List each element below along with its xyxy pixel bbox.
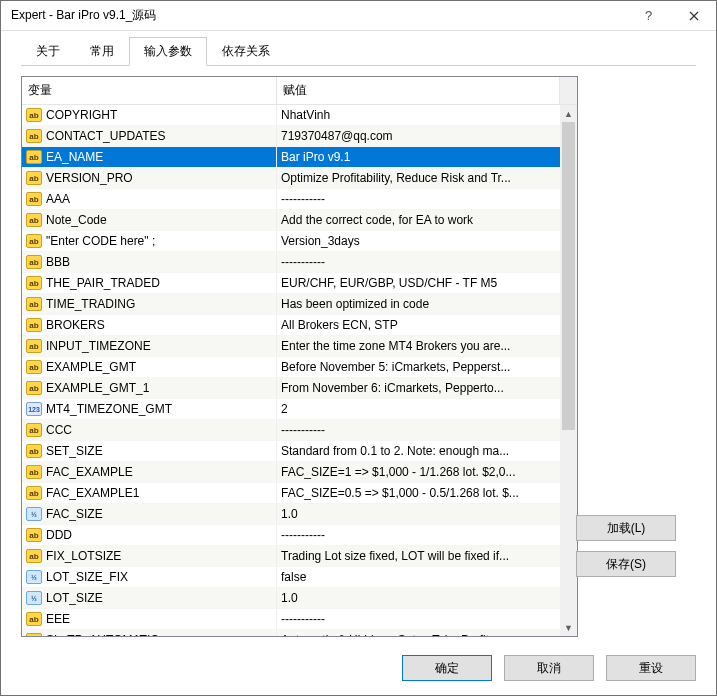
table-row[interactable]: abBROKERSAll Brokers ECN, STP [22, 315, 560, 336]
cell-value[interactable]: Trading Lot size fixed, LOT will be fixe… [277, 546, 560, 566]
cell-value[interactable]: EUR/CHF, EUR/GBP, USD/CHF - TF M5 [277, 273, 560, 293]
table-row[interactable]: 123MT4_TIMEZONE_GMT2 [22, 399, 560, 420]
tab-inputs[interactable]: 输入参数 [129, 37, 207, 66]
table-row[interactable]: abDDD----------- [22, 525, 560, 546]
string-type-icon: ab [26, 486, 42, 500]
cell-variable: abBROKERS [22, 315, 277, 335]
table-row[interactable]: abINPUT_TIMEZONEEnter the time zone MT4 … [22, 336, 560, 357]
variable-name: TIME_TRADING [46, 297, 135, 311]
variable-name: COPYRIGHT [46, 108, 117, 122]
variable-name: DDD [46, 528, 72, 542]
variable-name: CCC [46, 423, 72, 437]
cell-value[interactable]: 1.0 [277, 504, 560, 524]
table-row[interactable]: abVERSION_PROOptimize Profitability, Red… [22, 168, 560, 189]
table-row[interactable]: abEEE----------- [22, 609, 560, 630]
table-row[interactable]: abTHE_PAIR_TRADEDEUR/CHF, EUR/GBP, USD/C… [22, 273, 560, 294]
table-row[interactable]: abEXAMPLE_GMTBefore November 5: iCmarket… [22, 357, 560, 378]
cell-value[interactable]: Add the correct code, for EA to work [277, 210, 560, 230]
table-row[interactable]: abSET_SIZEStandard from 0.1 to 2. Note: … [22, 441, 560, 462]
table-row[interactable]: ½FAC_SIZE1.0 [22, 504, 560, 525]
table-row[interactable]: ½LOT_SIZE1.0 [22, 588, 560, 609]
cell-value[interactable]: ----------- [277, 609, 560, 629]
table-row[interactable]: abNote_CodeAdd the correct code, for EA … [22, 210, 560, 231]
table-row[interactable]: abCOPYRIGHTNhatVinh [22, 105, 560, 126]
scroll-down-arrow-icon[interactable]: ▼ [560, 619, 577, 636]
cell-value[interactable]: 719370487@qq.com [277, 126, 560, 146]
column-header-value[interactable]: 赋值 [277, 77, 560, 104]
string-type-icon: ab [26, 318, 42, 332]
string-type-icon: ab [26, 381, 42, 395]
cell-variable: abEXAMPLE_GMT [22, 357, 277, 377]
scroll-up-arrow-icon[interactable]: ▲ [560, 105, 577, 122]
table-row[interactable]: ab"Enter CODE here" ;Version_3days [22, 231, 560, 252]
table-row[interactable]: abBBB----------- [22, 252, 560, 273]
cell-variable: abINPUT_TIMEZONE [22, 336, 277, 356]
cell-variable: abEEE [22, 609, 277, 629]
cell-value[interactable]: 2 [277, 399, 560, 419]
cell-value[interactable]: NhatVinh [277, 105, 560, 125]
reset-button[interactable]: 重设 [606, 655, 696, 681]
table-row[interactable]: abCCC----------- [22, 420, 560, 441]
cell-value[interactable]: Bar iPro v9.1 [277, 147, 560, 167]
titlebar: Expert - Bar iPro v9.1_源码 ? [1, 1, 716, 31]
cell-value[interactable]: FAC_SIZE=0.5 => $1,000 - 0.5/1.268 lot. … [277, 483, 560, 503]
tab-deps[interactable]: 依存关系 [207, 37, 285, 66]
variable-name: EA_NAME [46, 150, 103, 164]
cell-value[interactable]: Before November 5: iCmarkets, Pepperst..… [277, 357, 560, 377]
variable-name: VERSION_PRO [46, 171, 133, 185]
help-button[interactable]: ? [626, 1, 671, 30]
table-row[interactable]: ½LOT_SIZE_FIXfalse [22, 567, 560, 588]
cell-value[interactable]: ----------- [277, 252, 560, 272]
cell-value[interactable]: 1.0 [277, 588, 560, 608]
cell-value[interactable]: Standard from 0.1 to 2. Note: enough ma.… [277, 441, 560, 461]
tab-about[interactable]: 关于 [21, 37, 75, 66]
cell-value[interactable]: ----------- [277, 189, 560, 209]
float-type-icon: ½ [26, 570, 42, 584]
table-row[interactable]: abFAC_EXAMPLE1FAC_SIZE=0.5 => $1,000 - 0… [22, 483, 560, 504]
cancel-button[interactable]: 取消 [504, 655, 594, 681]
cell-value[interactable]: Optimize Profitability, Reduce Risk and … [277, 168, 560, 188]
scroll-track[interactable] [560, 122, 577, 619]
string-type-icon: ab [26, 297, 42, 311]
cell-value[interactable]: Version_3days [277, 231, 560, 251]
table-row[interactable]: abTIME_TRADINGHas been optimized in code [22, 294, 560, 315]
close-icon [689, 11, 699, 21]
int-type-icon: 123 [26, 402, 42, 416]
column-header-variable[interactable]: 变量 [22, 77, 277, 104]
string-type-icon: ab [26, 108, 42, 122]
cell-value[interactable]: FAC_SIZE=1 => $1,000 - 1/1.268 lot. $2,0… [277, 462, 560, 482]
cell-value[interactable]: Automatic & Hidden - Setup Take Profit a… [277, 630, 560, 636]
string-type-icon: ab [26, 423, 42, 437]
cell-variable: abEXAMPLE_GMT_1 [22, 378, 277, 398]
variable-name: BBB [46, 255, 70, 269]
grid-header: 变量 赋值 [22, 77, 577, 105]
variable-name: BROKERS [46, 318, 105, 332]
dialog-body: 变量 赋值 abCOPYRIGHTNhatVinhabCONTACT_UPDAT… [1, 66, 716, 645]
table-row[interactable]: abEXAMPLE_GMT_1From November 6: iCmarket… [22, 378, 560, 399]
load-button[interactable]: 加载(L) [576, 515, 676, 541]
string-type-icon: ab [26, 276, 42, 290]
variable-name: LOT_SIZE_FIX [46, 570, 128, 584]
variable-name: EEE [46, 612, 70, 626]
cell-variable: abBBB [22, 252, 277, 272]
cell-value[interactable]: ----------- [277, 525, 560, 545]
tab-common[interactable]: 常用 [75, 37, 129, 66]
cell-value[interactable]: Enter the time zone MT4 Brokers you are.… [277, 336, 560, 356]
ok-button[interactable]: 确定 [402, 655, 492, 681]
cell-value[interactable]: false [277, 567, 560, 587]
cell-value[interactable]: Has been optimized in code [277, 294, 560, 314]
close-button[interactable] [671, 1, 716, 30]
table-row[interactable]: abFIX_LOTSIZETrading Lot size fixed, LOT… [22, 546, 560, 567]
table-row[interactable]: abSL_TP_AUTOMATICAutomatic & Hidden - Se… [22, 630, 560, 636]
table-row[interactable]: abEA_NAMEBar iPro v9.1 [22, 147, 560, 168]
cell-variable: abCONTACT_UPDATES [22, 126, 277, 146]
table-row[interactable]: abAAA----------- [22, 189, 560, 210]
save-button[interactable]: 保存(S) [576, 551, 676, 577]
cell-value[interactable]: From November 6: iCmarkets, Pepperto... [277, 378, 560, 398]
table-row[interactable]: abFAC_EXAMPLEFAC_SIZE=1 => $1,000 - 1/1.… [22, 462, 560, 483]
table-row[interactable]: abCONTACT_UPDATES719370487@qq.com [22, 126, 560, 147]
cell-value[interactable]: All Brokers ECN, STP [277, 315, 560, 335]
vertical-scrollbar[interactable]: ▲ ▼ [560, 105, 577, 636]
scroll-thumb[interactable] [562, 122, 575, 430]
cell-value[interactable]: ----------- [277, 420, 560, 440]
